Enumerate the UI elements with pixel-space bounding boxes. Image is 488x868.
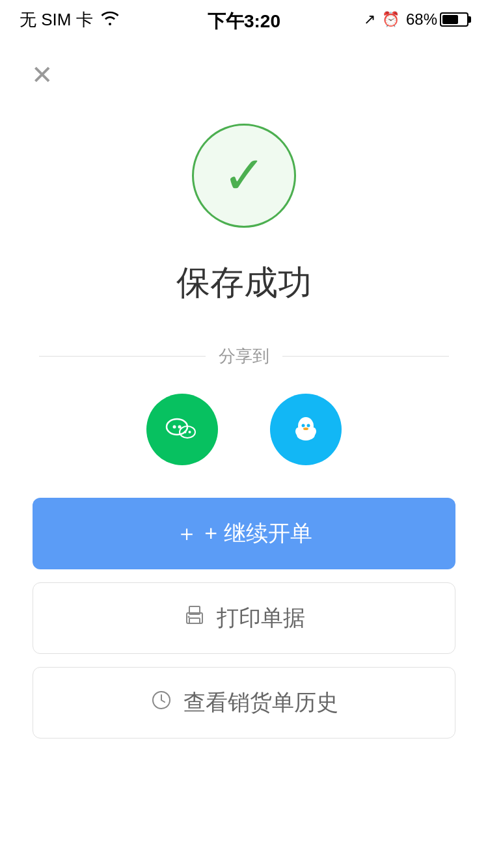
close-button-row: ✕ xyxy=(0,52,488,98)
svg-point-10 xyxy=(303,427,308,430)
battery-container: 68% xyxy=(406,10,468,29)
svg-point-8 xyxy=(302,424,305,427)
wechat-icon xyxy=(163,410,202,449)
main-content: ✕ ✓ 保存成功 分享到 xyxy=(0,39,488,868)
continue-button[interactable]: ＋ + 继续开单 xyxy=(33,498,455,569)
action-buttons: ＋ + 继续开单 打印单据 查看销货单历史 xyxy=(0,498,488,739)
print-button[interactable]: 打印单据 xyxy=(33,582,455,654)
share-divider: 分享到 xyxy=(0,345,488,368)
svg-point-4 xyxy=(184,431,187,433)
share-section: 分享到 xyxy=(0,345,488,465)
wechat-share-button[interactable] xyxy=(146,394,218,465)
battery-fill xyxy=(442,15,458,24)
carrier-label: 无 SIM 卡 xyxy=(20,8,93,31)
svg-point-11 xyxy=(295,427,301,435)
wifi-icon xyxy=(101,10,119,30)
svg-point-2 xyxy=(178,426,182,429)
svg-rect-16 xyxy=(189,618,200,623)
alarm-icon: ⏰ xyxy=(382,11,400,28)
history-label: 查看销货单历史 xyxy=(183,688,338,718)
battery-icon xyxy=(440,12,468,27)
status-left: 无 SIM 卡 xyxy=(20,8,119,31)
print-icon xyxy=(183,604,206,632)
svg-point-13 xyxy=(301,435,311,441)
location-icon: ↗ xyxy=(364,11,375,28)
time-display: 下午3:20 xyxy=(208,9,280,34)
print-label: 打印单据 xyxy=(217,603,305,633)
share-icons-row xyxy=(146,394,342,465)
qq-share-button[interactable] xyxy=(270,394,342,465)
qq-icon xyxy=(286,410,325,449)
svg-point-9 xyxy=(307,424,310,427)
svg-point-12 xyxy=(311,427,316,435)
history-button[interactable]: 查看销货单历史 xyxy=(33,667,455,739)
checkmark-icon: ✓ xyxy=(223,150,266,202)
battery-percent: 68% xyxy=(406,10,437,29)
status-bar: 无 SIM 卡 下午3:20 ↗ ⏰ 68% xyxy=(0,0,488,39)
status-right: ↗ ⏰ 68% xyxy=(364,10,468,29)
close-button[interactable]: ✕ xyxy=(26,59,59,91)
share-label: 分享到 xyxy=(206,345,282,368)
history-icon xyxy=(150,688,173,717)
plus-icon: ＋ xyxy=(176,519,198,549)
svg-point-17 xyxy=(188,616,190,618)
divider-right xyxy=(282,356,449,357)
success-circle: ✓ xyxy=(192,124,296,228)
success-title: 保存成功 xyxy=(176,260,312,306)
continue-label: + 继续开单 xyxy=(204,519,312,549)
close-icon: ✕ xyxy=(31,62,53,88)
svg-point-1 xyxy=(173,426,176,429)
divider-left xyxy=(39,356,206,357)
svg-point-5 xyxy=(189,431,191,433)
